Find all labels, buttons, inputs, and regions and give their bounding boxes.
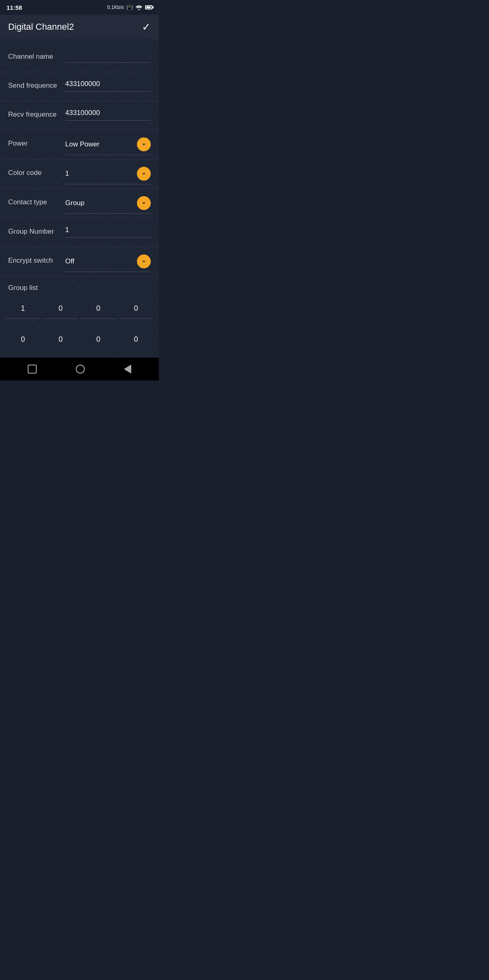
value-wrap-power: Low Power [65, 137, 151, 155]
group-list-row1: 1 0 0 0 [0, 296, 159, 323]
value-wrap-contact-type: Group [65, 196, 151, 214]
value-wrap-color-code: 1 [65, 167, 151, 184]
grid-cell-1-4[interactable]: 0 [119, 300, 154, 319]
form-content: Channel name Send frequence 433100000 Re… [0, 39, 159, 358]
value-wrap-send-frequence[interactable]: 433100000 [65, 80, 151, 92]
value-send-frequence[interactable]: 433100000 [65, 80, 151, 92]
field-channel-name: Channel name [0, 43, 159, 72]
value-contact-type: Group [65, 199, 84, 207]
value-channel-name[interactable] [65, 51, 151, 63]
label-color-code: Color code [8, 167, 65, 177]
grid-cell-2-3[interactable]: 0 [81, 331, 116, 350]
field-contact-type: Contact type Group [0, 189, 159, 218]
label-encrypt-switch: Encrypt switch [8, 254, 65, 265]
value-color-code: 1 [65, 170, 69, 178]
navigation-bar [0, 358, 159, 380]
label-recv-frequence: Recv frequence [8, 108, 65, 119]
value-contact-type-row: Group [65, 196, 151, 214]
value-group-number[interactable]: 1 [65, 226, 151, 238]
field-color-code: Color code 1 [0, 159, 159, 188]
value-encrypt-switch: Off [65, 257, 74, 265]
value-recv-frequence[interactable]: 433100000 [65, 108, 151, 121]
group-list-label: Group list [0, 277, 159, 296]
grid-cell-2-4[interactable]: 0 [119, 331, 154, 350]
group-list-row2: 0 0 0 0 [0, 327, 159, 354]
value-wrap-recv-frequence[interactable]: 433100000 [65, 108, 151, 121]
home-button[interactable] [76, 365, 85, 374]
group-list-label-text: Group list [8, 284, 38, 292]
status-bar: 11:58 0.1Kb/s 📳 [0, 0, 159, 15]
recent-apps-button[interactable] [28, 365, 37, 374]
field-group-number: Group Number 1 [0, 218, 159, 247]
field-power: Power Low Power [0, 130, 159, 159]
confirm-button[interactable]: ✓ [142, 21, 151, 33]
value-wrap-channel-name[interactable] [65, 51, 151, 63]
field-recv-frequence: Recv frequence 433100000 [0, 101, 159, 130]
grid-cell-1-1[interactable]: 1 [6, 300, 40, 319]
battery-icon [145, 5, 152, 9]
value-power-row: Low Power [65, 137, 151, 155]
label-power: Power [8, 137, 65, 148]
wifi-icon [135, 4, 143, 10]
back-button[interactable] [124, 365, 131, 374]
contact-type-dropdown-button[interactable] [137, 196, 151, 210]
vibrate-icon: 📳 [126, 4, 133, 11]
value-wrap-encrypt-switch: Off [65, 254, 151, 272]
network-speed-text: 0.1Kb/s [107, 4, 124, 10]
label-contact-type: Contact type [8, 196, 65, 207]
power-dropdown-button[interactable] [137, 137, 151, 151]
grid-cell-1-2[interactable]: 0 [44, 300, 78, 319]
chevron-down-icon-3 [140, 199, 148, 207]
chevron-down-icon [140, 141, 148, 148]
value-power: Low Power [65, 140, 99, 148]
label-group-number: Group Number [8, 226, 65, 236]
value-encrypt-switch-row: Off [65, 254, 151, 272]
chevron-down-icon-2 [140, 170, 148, 177]
grid-cell-1-3[interactable]: 0 [81, 300, 116, 319]
encrypt-switch-dropdown-button[interactable] [137, 254, 151, 268]
field-encrypt-switch: Encrypt switch Off [0, 247, 159, 276]
app-bar-title: Digital Channel2 [8, 22, 74, 32]
svg-point-0 [139, 9, 140, 10]
color-code-dropdown-button[interactable] [137, 167, 151, 181]
field-send-frequence: Send frequence 433100000 [0, 72, 159, 101]
grid-cell-2-1[interactable]: 0 [6, 331, 40, 350]
status-time: 11:58 [7, 4, 22, 11]
app-bar: Digital Channel2 ✓ [0, 15, 159, 39]
label-channel-name: Channel name [8, 51, 65, 61]
value-color-code-row: 1 [65, 167, 151, 184]
chevron-down-icon-4 [140, 258, 148, 265]
grid-cell-2-2[interactable]: 0 [44, 331, 78, 350]
status-right-icons: 0.1Kb/s 📳 [107, 4, 152, 11]
value-wrap-group-number[interactable]: 1 [65, 226, 151, 238]
label-send-frequence: Send frequence [8, 80, 65, 90]
